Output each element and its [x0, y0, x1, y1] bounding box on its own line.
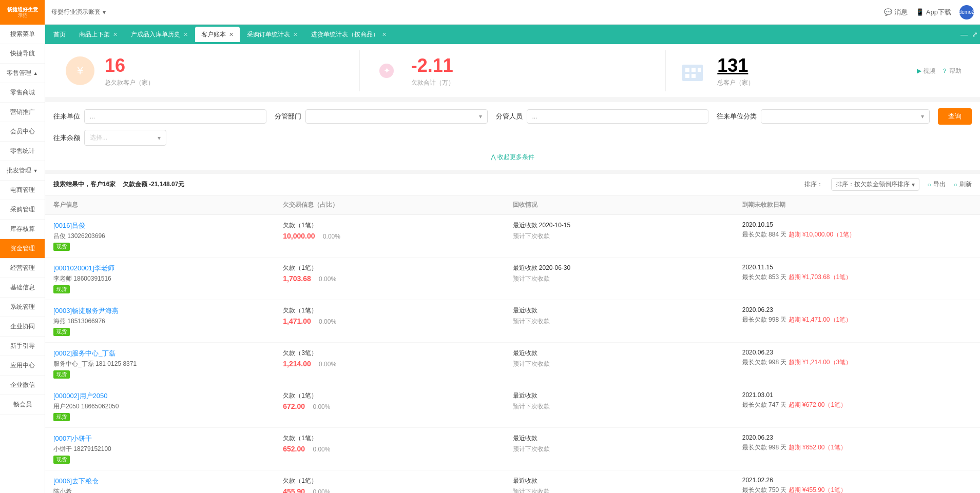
next-collect-5: 预计下次收款	[513, 445, 742, 453]
sidebar-item-search[interactable]: 搜索菜单	[0, 25, 45, 44]
tab-incoming[interactable]: 进货单统计表（按商品）✕	[305, 27, 393, 42]
debt-amount-2[interactable]: 1,471.00	[283, 317, 311, 325]
customer-name-0[interactable]: [0016]吕俊	[53, 221, 283, 230]
col-collection: 回收情况	[513, 201, 742, 209]
sidebar-item-batch-mgmt[interactable]: 批发管理 ▼	[0, 161, 45, 181]
logo-sub: 示范	[7, 13, 38, 19]
sidebar-item-corp[interactable]: 企业协同	[0, 317, 45, 337]
last-collect-1: 最近收款 2020-06-30	[513, 264, 742, 272]
tab-close-icon[interactable]: ✕	[229, 31, 234, 38]
debt-amount-4[interactable]: 672.00	[283, 402, 305, 410]
page-content: ¥ 16 总欠款客户（家） ✦ -2.11 欠款合计（万）	[45, 44, 980, 493]
overdue-6[interactable]: 超期 ¥455.90（1笔）	[789, 486, 847, 493]
amount-icon: ✦	[372, 56, 401, 85]
sidebar-item-business[interactable]: 经营管理	[0, 259, 45, 278]
debt-ratio-1: 0.00%	[319, 275, 336, 283]
from-unit-input[interactable]: ...	[84, 109, 266, 124]
export-button[interactable]: ○ 导出	[928, 180, 946, 189]
sidebar-item-purchase-mgmt[interactable]: 采购管理	[0, 200, 45, 220]
tab-purchase[interactable]: 采购订单统计表✕	[241, 27, 304, 42]
sort-select[interactable]: 排序：按欠款金额倒序排序 ▾	[831, 178, 919, 191]
overdue-2[interactable]: 超期 ¥1,471.00（1笔）	[789, 316, 852, 323]
due-date-3: 2020.06.23	[742, 349, 972, 356]
debt-amount-3[interactable]: 1,214.00	[283, 360, 311, 368]
customer-phone-2: 海燕 18513066976	[53, 317, 283, 326]
video-icon: ▶	[917, 67, 921, 74]
person-input[interactable]: ...	[527, 109, 709, 124]
from-unit-label: 往来单位	[53, 112, 80, 121]
user-avatar[interactable]: demo2	[959, 5, 974, 19]
search-button[interactable]: 查询	[938, 108, 972, 125]
sidebar-item-member-vip[interactable]: 畅会员	[0, 395, 45, 415]
tab-products[interactable]: 商品上下架✕	[73, 27, 124, 42]
debt-amount-6[interactable]: 455.90	[283, 487, 305, 493]
debt-info-4: 欠款（1笔） 672.00 0.00%	[283, 391, 512, 410]
overdue-1[interactable]: 超期 ¥1,703.68（1笔）	[789, 273, 852, 281]
sidebar-item-ecom[interactable]: 电商管理	[0, 181, 45, 200]
overdue-3[interactable]: 超期 ¥1,214.00（3笔）	[789, 359, 852, 366]
overdue-0[interactable]: 超期 ¥10,000.00（1笔）	[789, 231, 855, 238]
collection-info-4: 最近收款 预计下次收款	[513, 391, 742, 411]
message-icon: 💬	[884, 8, 892, 16]
help-button[interactable]: ？ 帮助	[941, 67, 962, 75]
tab-minimize-icon[interactable]: —	[960, 30, 968, 38]
customer-name-2[interactable]: [0003]畅捷服务尹海燕	[53, 306, 283, 315]
due-date-5: 2020.06.23	[742, 434, 972, 441]
customer-info-4: [000002]用户2050 用户2050 18665062050 现货	[53, 391, 283, 421]
tab-account[interactable]: 客户账本✕	[195, 27, 240, 42]
sidebar-item-app-center[interactable]: 应用中心	[0, 356, 45, 376]
dept-select[interactable]: ▾	[305, 109, 488, 124]
customer-tag-0: 现货	[53, 243, 70, 251]
balance-select[interactable]: 选择... ▾	[84, 130, 166, 146]
overdue-5[interactable]: 超期 ¥652.00（1笔）	[789, 444, 847, 451]
customer-name-5[interactable]: [0007]小饼干	[53, 434, 283, 443]
refresh-button[interactable]: ○ 刷新	[954, 180, 972, 189]
unit-category-select[interactable]: ▾	[761, 109, 930, 124]
sidebar-item-retail-mgmt[interactable]: 零售管理 ▲	[0, 64, 45, 83]
overdue-4[interactable]: 超期 ¥672.00（1笔）	[789, 401, 847, 408]
app-download-button[interactable]: 📱 App下载	[916, 8, 951, 17]
sidebar-item-basic-info[interactable]: 基础信息	[0, 278, 45, 298]
tab-home[interactable]: 首页	[47, 27, 72, 42]
debt-amount-5[interactable]: 652.00	[283, 445, 305, 453]
sidebar-item-retail-mall[interactable]: 零售商城	[0, 83, 45, 103]
tab-close-icon[interactable]: ✕	[293, 31, 298, 38]
chevron-down-icon: ▾	[921, 113, 924, 120]
due-days-2: 最长欠款 998 天 超期 ¥1,471.00（1笔）	[742, 315, 972, 324]
tab-expand-icon[interactable]: ⤢	[972, 30, 978, 38]
collapse-button[interactable]: ⋀ 收起更多条件	[53, 151, 972, 164]
video-button[interactable]: ▶ 视频	[917, 67, 935, 75]
sidebar-item-system[interactable]: 系统管理	[0, 298, 45, 317]
sidebar-item-quick-nav[interactable]: 快捷导航	[0, 44, 45, 64]
sidebar-item-marketing[interactable]: 营销推广	[0, 103, 45, 122]
customer-name-3[interactable]: [0002]服务中心_丁磊	[53, 349, 283, 358]
filter-person: 分管人员 ...	[496, 109, 709, 124]
sidebar-item-member[interactable]: 会员中心	[0, 122, 45, 142]
table-row: [0007]小饼干 小饼干 18279152100 现货 欠款（1笔） 652.…	[45, 428, 980, 470]
table-row: [0016]吕俊 吕俊 13026203696 现货 欠款（1笔） 10,000…	[45, 215, 980, 258]
debt-count-6: 欠款（1笔）	[283, 477, 512, 485]
message-button[interactable]: 💬 消息	[884, 8, 908, 17]
customer-name-1[interactable]: [0001020001]李老师	[53, 264, 283, 273]
sidebar-item-finance[interactable]: 资金管理	[0, 239, 45, 259]
sidebar-item-retail-stat[interactable]: 零售统计	[0, 142, 45, 161]
tab-close-icon[interactable]: ✕	[382, 31, 387, 38]
debt-ratio-4: 0.00%	[313, 403, 330, 410]
sidebar-item-inventory[interactable]: 库存核算	[0, 220, 45, 239]
debt-amount-1[interactable]: 1,703.68	[283, 274, 311, 283]
tab-history[interactable]: 产成品入库单历史✕	[125, 27, 194, 42]
sidebar-item-newbie[interactable]: 新手引导	[0, 337, 45, 356]
stat-info-amount: -2.11 欠款合计（万）	[411, 55, 454, 87]
tab-label: 首页	[53, 30, 66, 39]
last-collect-6: 最近收款	[513, 477, 742, 485]
debt-amount-0[interactable]: 10,000.00	[283, 232, 315, 240]
tab-close-icon[interactable]: ✕	[183, 31, 188, 38]
due-info-2: 2020.06.23 最长欠款 998 天 超期 ¥1,471.00（1笔）	[742, 306, 972, 324]
customer-name-6[interactable]: [0006]去下粮仓	[53, 477, 283, 486]
tab-close-icon[interactable]: ✕	[113, 31, 118, 38]
sidebar-item-corp-wx[interactable]: 企业微信	[0, 376, 45, 395]
next-collect-4: 预计下次收款	[513, 402, 742, 411]
result-bar: 搜索结果中，客户16家 欠款金额 -21,148.07元 排序： 排序：按欠款金…	[45, 174, 980, 195]
company-select[interactable]: 母婴行业演示账套 ▾	[51, 8, 106, 16]
customer-name-4[interactable]: [000002]用户2050	[53, 391, 283, 401]
